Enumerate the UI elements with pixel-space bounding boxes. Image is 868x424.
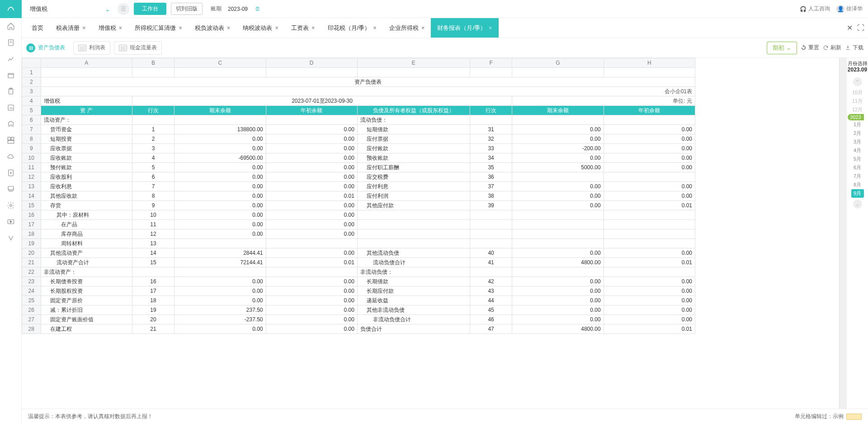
cell[interactable] bbox=[512, 239, 604, 248]
cell[interactable] bbox=[470, 68, 512, 77]
cell[interactable]: 0.00 bbox=[604, 191, 695, 201]
cell[interactable]: 0.00 bbox=[604, 163, 695, 172]
cell[interactable]: 6 bbox=[132, 172, 174, 182]
cell[interactable]: 46 bbox=[470, 315, 512, 324]
cell[interactable]: 减：累计折旧 bbox=[41, 305, 132, 315]
cell[interactable]: 长期应付款 bbox=[357, 286, 470, 296]
tab-close-icon[interactable]: × bbox=[179, 24, 182, 31]
cell[interactable] bbox=[357, 220, 470, 229]
row-header[interactable]: 22 bbox=[22, 267, 41, 277]
tab-8[interactable]: 企业所得税× bbox=[383, 18, 431, 38]
row-header[interactable]: 8 bbox=[22, 134, 41, 144]
refresh-button[interactable]: 刷新 bbox=[823, 44, 841, 52]
cell[interactable]: 19 bbox=[132, 305, 174, 315]
cell[interactable]: 11 bbox=[132, 220, 174, 229]
cell[interactable]: 0.00 bbox=[175, 201, 266, 210]
cell[interactable]: 0.00 bbox=[604, 296, 695, 305]
row-header[interactable]: 16 bbox=[22, 210, 41, 220]
month-option[interactable]: 4月 bbox=[851, 146, 864, 155]
cell[interactable]: 0.00 bbox=[175, 182, 266, 191]
cell[interactable]: 0.00 bbox=[175, 134, 266, 144]
cell[interactable] bbox=[512, 267, 604, 277]
cell[interactable]: 12 bbox=[132, 229, 174, 239]
cell[interactable]: 20 bbox=[132, 315, 174, 324]
cell[interactable]: 2844.41 bbox=[175, 248, 266, 258]
cell[interactable]: 10 bbox=[132, 210, 174, 220]
list-toggle-icon[interactable]: ☰ bbox=[118, 3, 129, 15]
col-header[interactable]: B bbox=[132, 58, 174, 68]
cell[interactable]: 0.00 bbox=[266, 229, 357, 239]
cell[interactable] bbox=[41, 68, 132, 77]
cell[interactable]: 0.00 bbox=[266, 210, 357, 220]
cell[interactable]: 0.00 bbox=[512, 201, 604, 210]
cell[interactable]: 0.01 bbox=[604, 324, 695, 334]
cell[interactable]: 0.00 bbox=[175, 324, 266, 334]
cell[interactable] bbox=[470, 220, 512, 229]
cell[interactable]: 0.00 bbox=[266, 324, 357, 334]
cell[interactable]: 0.00 bbox=[266, 144, 357, 153]
cell[interactable]: 流动资产： bbox=[41, 115, 132, 125]
subtab-0[interactable]: ▤资产负债表 bbox=[26, 41, 70, 55]
cell[interactable]: 0.00 bbox=[175, 296, 266, 305]
cell[interactable]: 非流动负债合计 bbox=[357, 315, 470, 324]
fullscreen-icon[interactable]: ⛶ bbox=[857, 24, 864, 32]
cell[interactable]: 8 bbox=[132, 191, 174, 201]
cell[interactable] bbox=[175, 115, 266, 125]
cell[interactable]: 36 bbox=[470, 172, 512, 182]
subtab-1[interactable]: 利润表 bbox=[73, 41, 110, 55]
cell[interactable]: 其他非流动负债 bbox=[357, 305, 470, 315]
cell[interactable] bbox=[266, 68, 357, 77]
nav-report-icon[interactable] bbox=[0, 100, 22, 116]
tab-close-icon[interactable]: × bbox=[82, 24, 86, 31]
cell[interactable]: 应收股利 bbox=[41, 172, 132, 182]
row-header[interactable]: 20 bbox=[22, 248, 41, 258]
cell[interactable] bbox=[175, 68, 266, 77]
row-header[interactable]: 24 bbox=[22, 286, 41, 296]
month-option[interactable]: 10月 bbox=[852, 88, 863, 97]
cell[interactable]: 在产品 bbox=[41, 220, 132, 229]
cell[interactable] bbox=[470, 267, 512, 277]
tab-3[interactable]: 所得税汇算清缴× bbox=[128, 18, 189, 38]
cell[interactable] bbox=[132, 68, 174, 77]
cell[interactable]: 21 bbox=[132, 324, 174, 334]
nav-clipboard-icon[interactable] bbox=[0, 83, 22, 100]
calendar-icon[interactable]: 🗓 bbox=[255, 6, 260, 12]
cell[interactable]: 42 bbox=[470, 277, 512, 286]
col-header[interactable]: A bbox=[41, 58, 132, 68]
cell[interactable]: 0.00 bbox=[512, 153, 604, 163]
nav-dashboard-icon[interactable] bbox=[0, 132, 22, 148]
nav-doc-icon[interactable] bbox=[0, 34, 22, 51]
cell[interactable]: 其他流动负债 bbox=[357, 248, 470, 258]
cell[interactable] bbox=[266, 239, 357, 248]
cell[interactable]: 0.00 bbox=[604, 315, 695, 324]
cell[interactable]: 其中：原材料 bbox=[41, 210, 132, 220]
cell[interactable]: 固定资产原价 bbox=[41, 296, 132, 305]
nav-cloud-icon[interactable] bbox=[0, 148, 22, 165]
cell[interactable] bbox=[604, 210, 695, 220]
row-header[interactable]: 11 bbox=[22, 163, 41, 172]
cell[interactable]: 增值税 bbox=[41, 96, 132, 106]
row-header[interactable]: 27 bbox=[22, 315, 41, 324]
workbench-button[interactable]: 工作台 bbox=[134, 3, 166, 15]
company-selector[interactable]: 增值税 ⌄ bbox=[27, 3, 113, 15]
col-header[interactable]: C bbox=[175, 58, 266, 68]
row-header[interactable]: 6 bbox=[22, 115, 41, 125]
subtab-2[interactable]: 现金流量表 bbox=[114, 41, 162, 55]
row-header[interactable]: 15 bbox=[22, 201, 41, 210]
cell[interactable]: 0.00 bbox=[512, 286, 604, 296]
row-header[interactable]: 18 bbox=[22, 229, 41, 239]
cell[interactable]: 应付利润 bbox=[357, 191, 470, 201]
cell[interactable]: 0.01 bbox=[604, 258, 695, 267]
cell[interactable] bbox=[512, 115, 604, 125]
cell[interactable]: 0.00 bbox=[266, 248, 357, 258]
cell[interactable]: 长期债券投资 bbox=[41, 277, 132, 286]
tab-7[interactable]: 印花税（月/季）× bbox=[321, 18, 383, 38]
cell[interactable] bbox=[604, 68, 695, 77]
cell[interactable]: 长期借款 bbox=[357, 277, 470, 286]
cell[interactable]: 0.00 bbox=[266, 296, 357, 305]
nav-home-icon[interactable] bbox=[0, 18, 22, 34]
cell[interactable]: 0.00 bbox=[512, 191, 604, 201]
cell[interactable]: 1 bbox=[132, 125, 174, 134]
cell[interactable]: 40 bbox=[470, 248, 512, 258]
month-down-icon[interactable]: ⌄ bbox=[853, 200, 862, 209]
